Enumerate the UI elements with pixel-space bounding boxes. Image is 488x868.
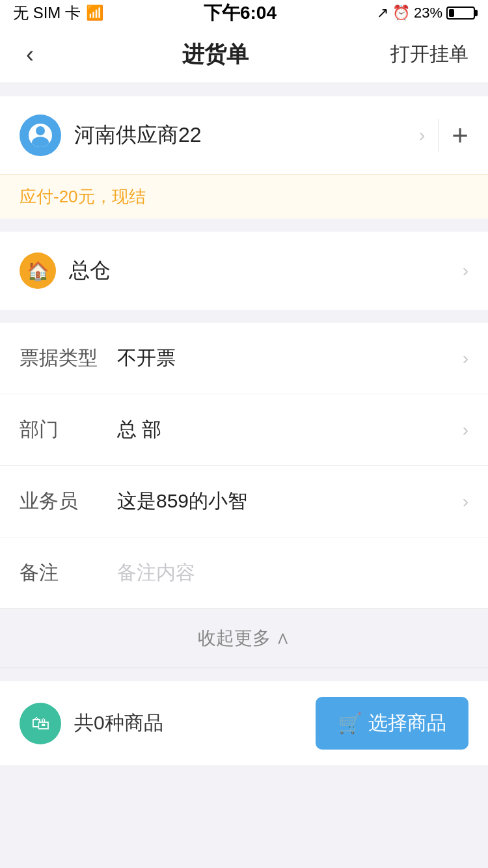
section-divider-1 bbox=[0, 83, 488, 96]
product-bar: 🛍 共0种商品 🛒 选择商品 bbox=[0, 681, 488, 765]
wifi-icon: 📶 bbox=[86, 5, 103, 21]
location-icon: ↗ bbox=[377, 5, 388, 21]
warehouse-section: 🏠 总仓 › bbox=[0, 232, 488, 310]
form-row-invoice[interactable]: 票据类型 不开票 › bbox=[0, 323, 488, 394]
warehouse-label: 总仓 bbox=[69, 256, 463, 285]
supplier-chevron-icon: › bbox=[419, 125, 425, 146]
select-product-icon: 🛒 bbox=[338, 712, 362, 735]
supplier-avatar bbox=[20, 115, 61, 156]
form-key-salesperson: 业务员 bbox=[20, 488, 104, 515]
form-value-salesperson: 这是859的小智 bbox=[104, 488, 463, 515]
warehouse-chevron-icon: › bbox=[463, 260, 468, 281]
product-icon-circle: 🛍 bbox=[20, 703, 61, 744]
salesperson-chevron-icon: › bbox=[463, 491, 468, 512]
form-row-department[interactable]: 部门 总 部 › bbox=[0, 394, 488, 466]
department-chevron-icon: › bbox=[463, 420, 468, 441]
notice-text: 应付-20元，现结 bbox=[20, 187, 146, 206]
select-product-button[interactable]: 🛒 选择商品 bbox=[316, 697, 468, 750]
carrier-label: 无 SIM 卡 bbox=[13, 3, 81, 23]
back-button[interactable]: ‹ bbox=[20, 34, 40, 75]
status-time: 下午6:04 bbox=[204, 1, 277, 25]
add-supplier-button[interactable]: + bbox=[452, 121, 468, 150]
vertical-divider bbox=[438, 119, 439, 152]
page-title: 进货单 bbox=[182, 40, 249, 70]
status-right: ↗ ⏰ 23% bbox=[377, 5, 475, 21]
invoice-chevron-icon: › bbox=[463, 348, 468, 369]
supplier-section: 河南供应商22 › + 应付-20元，现结 bbox=[0, 96, 488, 219]
warehouse-icon: 🏠 bbox=[27, 260, 49, 282]
open-pending-button[interactable]: 打开挂单 bbox=[390, 41, 468, 68]
supplier-row[interactable]: 河南供应商22 › + bbox=[0, 96, 488, 174]
section-divider-3 bbox=[0, 310, 488, 323]
alarm-icon: ⏰ bbox=[392, 5, 410, 21]
collapse-label: 收起更多 ∧ bbox=[198, 628, 291, 648]
form-value-invoice: 不开票 bbox=[104, 345, 463, 372]
battery-fill bbox=[449, 9, 454, 17]
nav-bar: ‹ 进货单 打开挂单 bbox=[0, 26, 488, 83]
product-bag-icon: 🛍 bbox=[31, 712, 49, 734]
section-divider-2 bbox=[0, 219, 488, 232]
select-product-label: 选择商品 bbox=[368, 710, 446, 737]
status-bar: 无 SIM 卡 📶 下午6:04 ↗ ⏰ 23% bbox=[0, 0, 488, 26]
form-value-department: 总 部 bbox=[104, 416, 463, 443]
form-key-invoice: 票据类型 bbox=[20, 345, 104, 372]
battery-percent: 23% bbox=[414, 5, 442, 21]
status-left: 无 SIM 卡 📶 bbox=[13, 3, 103, 23]
form-row-remark[interactable]: 备注 备注内容 bbox=[0, 537, 488, 608]
collapse-bar[interactable]: 收起更多 ∧ bbox=[0, 608, 488, 668]
form-value-remark: 备注内容 bbox=[104, 560, 468, 586]
avatar-person-icon bbox=[29, 124, 52, 147]
warehouse-row[interactable]: 🏠 总仓 › bbox=[0, 232, 488, 310]
supplier-name: 河南供应商22 bbox=[74, 121, 419, 150]
form-section: 票据类型 不开票 › 部门 总 部 › 业务员 这是859的小智 › 备注 备注… bbox=[0, 323, 488, 608]
product-count: 共0种商品 bbox=[74, 710, 316, 737]
battery-icon bbox=[446, 7, 475, 20]
notice-bar: 应付-20元，现结 bbox=[0, 174, 488, 219]
form-key-remark: 备注 bbox=[20, 560, 104, 586]
form-row-salesperson[interactable]: 业务员 这是859的小智 › bbox=[0, 466, 488, 537]
form-key-department: 部门 bbox=[20, 416, 104, 443]
warehouse-icon-circle: 🏠 bbox=[20, 252, 56, 289]
